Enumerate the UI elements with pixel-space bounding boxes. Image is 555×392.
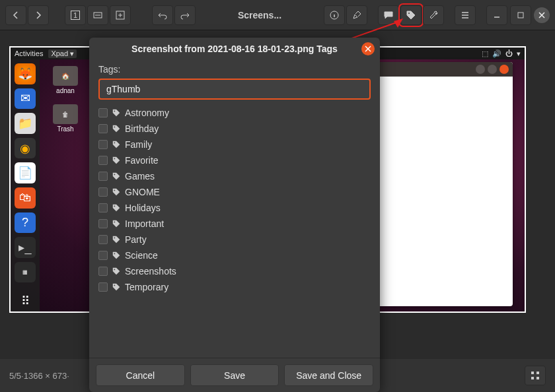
- svg-point-19: [114, 238, 116, 239]
- tag-label: Family: [125, 139, 152, 150]
- tag-checkbox[interactable]: [98, 187, 108, 197]
- trash-label: Trash: [52, 125, 79, 133]
- tag-item[interactable]: Favorite: [98, 152, 371, 168]
- save-button[interactable]: Save: [190, 364, 279, 386]
- svg-point-20: [114, 253, 116, 255]
- tag-icon: [112, 282, 121, 292]
- undo-button[interactable]: [152, 5, 173, 25]
- back-button[interactable]: [5, 5, 26, 25]
- tag-checkbox[interactable]: [98, 267, 108, 276]
- tag-checkbox[interactable]: [98, 172, 108, 181]
- save-close-button[interactable]: Save and Close: [284, 364, 373, 386]
- firefox-icon: 🦊: [15, 63, 36, 84]
- tag-item[interactable]: Science: [98, 247, 371, 263]
- svg-point-11: [114, 111, 116, 112]
- svg-rect-6: [536, 372, 539, 374]
- power-icon: ⏻: [505, 49, 513, 58]
- tag-item[interactable]: Screenshots: [98, 263, 371, 279]
- maximize-button[interactable]: [510, 5, 531, 25]
- tag-list: AstronomyBirthdayFamilyFavoriteGamesGNOM…: [98, 105, 371, 295]
- zoom-actual-button[interactable]: 1: [65, 5, 86, 25]
- tag-icon: [112, 251, 121, 260]
- desktop-trash: 🗑 Trash: [52, 104, 79, 133]
- vol-icon: 🔊: [492, 49, 501, 58]
- svg-point-13: [114, 143, 116, 144]
- tag-icon: [112, 108, 121, 117]
- tag-icon: [112, 156, 121, 165]
- tag-item[interactable]: Family: [98, 137, 371, 152]
- tag-checkbox[interactable]: [98, 235, 108, 244]
- image-dimensions: 1366 × 673: [24, 371, 67, 381]
- software-icon: 🛍: [15, 187, 36, 209]
- dialog-header: Screenshot from 2021-08-16 18-01-23.png …: [89, 38, 380, 60]
- hamburger-button[interactable]: [455, 5, 476, 25]
- home-folder-icon: 🏠: [53, 66, 78, 86]
- redo-button[interactable]: [174, 5, 196, 25]
- tag-item[interactable]: GNOME: [98, 184, 371, 200]
- tag-label: Screenshots: [125, 266, 176, 277]
- tools-button[interactable]: [423, 5, 444, 25]
- tag-button[interactable]: [400, 5, 422, 25]
- todo-icon: ▦: [15, 262, 36, 283]
- svg-rect-8: [536, 377, 539, 379]
- svg-point-18: [114, 222, 116, 223]
- tag-label: Party: [125, 234, 147, 245]
- dialog-title: Screenshot from 2021-08-16 18-01-23.png …: [131, 44, 338, 54]
- tag-label: Birthday: [125, 123, 159, 134]
- tags-input[interactable]: [98, 79, 371, 100]
- info-button[interactable]: [324, 5, 345, 25]
- caret-icon: ▾: [517, 49, 521, 58]
- browser-view-button[interactable]: [525, 366, 546, 385]
- close-button[interactable]: [534, 7, 550, 23]
- tag-checkbox[interactable]: [98, 203, 108, 212]
- minimize-button[interactable]: [486, 5, 507, 25]
- tag-icon: [112, 124, 121, 133]
- tag-checkbox[interactable]: [98, 124, 108, 133]
- tag-checkbox[interactable]: [98, 251, 108, 260]
- tag-label: Temporary: [125, 282, 168, 292]
- svg-point-14: [114, 158, 116, 160]
- tag-checkbox[interactable]: [98, 108, 108, 117]
- tag-checkbox[interactable]: [98, 282, 108, 292]
- svg-point-17: [114, 206, 116, 207]
- tag-item[interactable]: Party: [98, 232, 371, 247]
- folder-label: adnan: [52, 87, 79, 94]
- forward-button[interactable]: [28, 5, 49, 25]
- tag-item[interactable]: Birthday: [98, 121, 371, 137]
- tag-label: Astronomy: [125, 108, 169, 118]
- dialog-body: Tags: AstronomyBirthdayFamilyFavoriteGam…: [89, 60, 380, 358]
- tag-checkbox[interactable]: [98, 156, 108, 165]
- edit-button[interactable]: [346, 5, 367, 25]
- tag-icon: [112, 203, 121, 212]
- image-index: 5/5: [9, 371, 21, 381]
- app-toolbar: 1 Screens...: [0, 0, 555, 30]
- libreoffice-icon: 📄: [15, 162, 36, 183]
- tag-item[interactable]: Holidays: [98, 200, 371, 216]
- activities-label: Activities: [15, 49, 43, 57]
- zoom-fitwidth-button[interactable]: [87, 5, 108, 25]
- xpad-menu-label: Xpad ▾: [48, 49, 77, 58]
- tags-label: Tags:: [98, 64, 371, 75]
- xpad-maximize-icon: [488, 65, 497, 74]
- svg-point-16: [114, 190, 116, 191]
- svg-point-21: [114, 269, 116, 271]
- tag-item[interactable]: Astronomy: [98, 105, 371, 121]
- tag-label: Holidays: [125, 203, 161, 213]
- tag-icon: [112, 235, 121, 244]
- svg-rect-4: [518, 13, 523, 18]
- tag-checkbox[interactable]: [98, 140, 108, 149]
- tag-label: Important: [125, 218, 164, 229]
- zoom-fit-button[interactable]: [110, 5, 131, 25]
- cancel-button[interactable]: Cancel: [96, 364, 185, 386]
- xpad-close-icon: [500, 65, 509, 74]
- comment-button[interactable]: [378, 5, 399, 25]
- tag-item[interactable]: Important: [98, 216, 371, 232]
- tag-label: Favorite: [125, 155, 159, 166]
- tag-item[interactable]: Games: [98, 168, 371, 184]
- trash-icon: 🗑: [53, 104, 78, 124]
- tag-item[interactable]: Temporary: [98, 279, 371, 295]
- tag-checkbox[interactable]: [98, 219, 108, 228]
- terminal-icon: ▸_: [15, 237, 36, 258]
- tag-label: GNOME: [125, 187, 160, 197]
- dialog-close-button[interactable]: [361, 42, 375, 55]
